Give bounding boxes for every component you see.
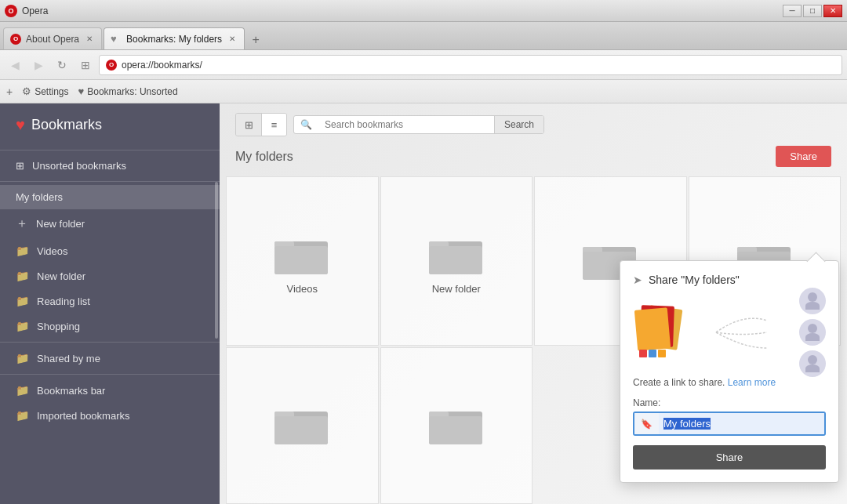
tab-about-close[interactable]: ✕ — [84, 34, 95, 45]
share-button[interactable]: Share — [776, 146, 831, 167]
sidebar-item-reading-list[interactable]: 📁 Reading list — [0, 288, 220, 314]
tab-bookmarks-label: Bookmarks: My folders — [126, 34, 222, 45]
connection-area — [688, 301, 799, 364]
address-bar[interactable]: O opera://bookmarks/ — [99, 55, 842, 75]
new-folder-item-label: New folder — [37, 270, 85, 282]
share-illustration — [633, 297, 826, 368]
popup-share-button[interactable]: Share — [633, 445, 826, 470]
settings-label: Settings — [35, 86, 68, 97]
list-view-toggle[interactable]: ≡ — [261, 114, 286, 136]
folder-icon-shopping: 📁 — [16, 320, 29, 332]
folder-icon-svg-5 — [274, 402, 329, 445]
folder-icon-shared: 📁 — [16, 352, 29, 364]
sidebar-item-unsorted[interactable]: ⊞ Unsorted bookmarks — [0, 154, 220, 178]
name-label: Name: — [633, 397, 826, 408]
folder-icon-imported: 📁 — [16, 409, 29, 422]
folder-card-6[interactable] — [380, 347, 533, 505]
folder-card-5[interactable] — [226, 347, 379, 505]
search-button[interactable]: Search — [494, 116, 543, 133]
sidebar-item-videos[interactable]: 📁 Videos — [0, 238, 220, 263]
tab-bookmarks-close[interactable]: ✕ — [227, 34, 238, 45]
user-circle-1 — [799, 288, 826, 314]
svg-rect-17 — [429, 416, 482, 444]
opera-logo-icon: O — [5, 5, 17, 17]
folder-icon-bar: 📁 — [16, 384, 29, 397]
title-bar-left: O Opera — [5, 5, 48, 17]
folder-name-new-folder: New folder — [432, 283, 481, 295]
minimize-button[interactable]: ─ — [783, 5, 802, 17]
user-circles — [799, 288, 826, 377]
sidebar-item-shared-by-me[interactable]: 📁 Shared by me — [0, 346, 220, 371]
add-icon: ＋ — [16, 216, 28, 232]
panel-toolbar: ⊞ ≡ 🔍 Search — [220, 103, 847, 146]
popup-description: Create a link to share. Learn more — [633, 377, 826, 388]
user-circle-3 — [799, 350, 826, 377]
new-tab-button[interactable]: + — [246, 31, 265, 49]
bookmarks-bar-unsorted[interactable]: ♥ Bookmarks: Unsorted — [78, 85, 178, 97]
folder-card-new-folder[interactable]: New folder — [380, 176, 533, 346]
svg-rect-2 — [274, 246, 328, 274]
heart-icon: ♥ — [78, 85, 85, 97]
my-folders-label: My folders — [16, 191, 63, 203]
sidebar-divider-2 — [0, 181, 220, 182]
share-popup: ➤ Share "My folders" — [620, 260, 839, 483]
folder-card-videos[interactable]: Videos — [226, 176, 379, 346]
sidebar-divider-1 — [0, 150, 220, 150]
bookmarks-bar-label: Bookmarks bar — [37, 385, 105, 397]
section-title: My folders — [235, 150, 293, 164]
title-bar: O Opera ─ □ ✕ — [0, 0, 847, 22]
sidebar-item-add-folder[interactable]: ＋ New folder — [0, 209, 220, 238]
tab-about-label: About Opera — [26, 34, 79, 45]
close-button[interactable]: ✕ — [823, 5, 842, 17]
restore-button[interactable]: □ — [803, 5, 822, 17]
window-title: Opera — [22, 5, 48, 16]
sidebar-content: ♥ Bookmarks ⊞ Unsorted bookmarks My fold… — [0, 103, 220, 428]
main-area: ♥ Bookmarks ⊞ Unsorted bookmarks My fold… — [0, 103, 847, 504]
svg-rect-14 — [274, 416, 328, 444]
bookmark-cards — [639, 350, 666, 357]
window-controls: ─ □ ✕ — [783, 5, 842, 17]
reload-button[interactable]: ↻ — [52, 55, 72, 75]
grid-view-toggle[interactable]: ⊞ — [236, 114, 261, 136]
section-header: My folders Share — [220, 146, 847, 176]
settings-icon: ⚙ — [22, 85, 31, 97]
bm-card-blue — [649, 350, 656, 357]
popup-desc-text: Create a link to share. — [633, 377, 725, 388]
folder-icon-new: 📁 — [16, 270, 29, 282]
sidebar-item-shopping[interactable]: 📁 Shopping — [0, 314, 220, 339]
bm-card-red — [639, 350, 647, 357]
new-folder-label: New folder — [36, 218, 85, 230]
svg-rect-5 — [429, 246, 482, 274]
popup-title: ➤ Share "My folders" — [633, 274, 826, 286]
sidebar-item-bookmarks-bar[interactable]: 📁 Bookmarks bar — [0, 378, 220, 403]
share-arrow-icon: ➤ — [633, 274, 642, 286]
sidebar-divider-3 — [0, 342, 220, 343]
tab-about[interactable]: O About Opera ✕ — [3, 27, 102, 49]
sidebar-item-imported[interactable]: 📁 Imported bookmarks — [0, 403, 220, 428]
unsorted-grid-icon: ⊞ — [16, 160, 24, 172]
sidebar-title: ♥ Bookmarks — [0, 116, 220, 147]
heart-icon: ♥ — [16, 116, 25, 134]
folder-icon-svg-videos — [274, 232, 329, 275]
sidebar: ♥ Bookmarks ⊞ Unsorted bookmarks My fold… — [0, 103, 220, 504]
search-icon: 🔍 — [294, 116, 318, 133]
unsorted-label: Bookmarks: Unsorted — [87, 86, 177, 97]
sidebar-item-my-folders[interactable]: My folders — [0, 185, 220, 209]
sidebar-item-new-folder[interactable]: 📁 New folder — [0, 263, 220, 288]
forward-button[interactable]: ▶ — [28, 55, 49, 75]
connection-svg — [712, 305, 775, 360]
bookmarks-bar-settings[interactable]: ⚙ Settings — [22, 85, 68, 97]
add-bookmark-button[interactable]: + — [6, 85, 13, 98]
folder-name-videos: Videos — [286, 283, 318, 295]
name-input-row: 🔖 — [633, 412, 826, 436]
folder-icon-svg-6 — [429, 402, 484, 445]
grid-view-button[interactable]: ⊞ — [75, 55, 96, 75]
bookmark-input-icon: 🔖 — [634, 413, 659, 434]
folder-icon-svg-new — [429, 232, 484, 275]
name-input[interactable] — [659, 413, 824, 434]
bm-card-orange — [658, 350, 666, 357]
learn-more-link[interactable]: Learn more — [728, 377, 776, 388]
search-input[interactable] — [318, 116, 494, 133]
back-button[interactable]: ◀ — [5, 55, 25, 75]
tab-bookmarks[interactable]: ♥ Bookmarks: My folders ✕ — [104, 27, 245, 49]
